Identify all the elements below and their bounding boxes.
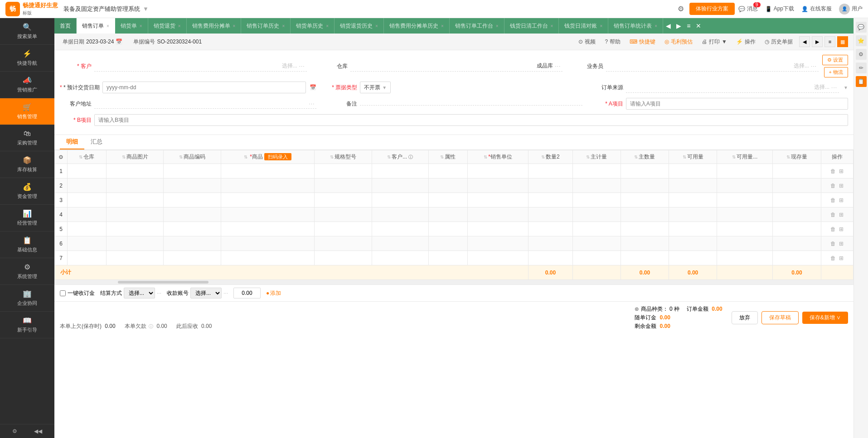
row-main-quantity[interactable] bbox=[621, 164, 669, 178]
row-quantity2[interactable] bbox=[529, 236, 572, 251]
history-btn[interactable]: ◷ 历史单据 bbox=[762, 37, 795, 47]
help-btn[interactable]: ? 帮助 bbox=[602, 37, 623, 47]
solution-button[interactable]: 体验行业方案 bbox=[689, 3, 735, 15]
tab-cash-workbench[interactable]: 钱货日清工作台 × bbox=[504, 18, 559, 34]
row-product-code[interactable] bbox=[164, 207, 221, 222]
sidebar-item-quick-nav[interactable]: ⚡ 快捷导航 bbox=[0, 45, 54, 72]
row-available[interactable] bbox=[669, 207, 717, 222]
row-customer-code[interactable] bbox=[372, 222, 428, 236]
row-delete-icon[interactable]: 🗑 bbox=[830, 197, 836, 203]
online-service[interactable]: 👤 在线客服 bbox=[801, 5, 832, 13]
row-spec-model[interactable] bbox=[315, 222, 372, 236]
tab-close-icon[interactable]: × bbox=[496, 24, 499, 29]
row-product-name[interactable] bbox=[221, 251, 314, 265]
calendar-icon[interactable]: 📅 bbox=[116, 39, 122, 45]
row-current-stock[interactable] bbox=[773, 178, 821, 193]
tab-close-icon[interactable]: × bbox=[600, 24, 602, 29]
row-available2[interactable] bbox=[717, 236, 773, 251]
a-project-input[interactable] bbox=[626, 98, 848, 110]
row-warehouse[interactable] bbox=[68, 164, 107, 178]
row-spec-model[interactable] bbox=[315, 207, 372, 222]
th-gear[interactable]: ⚙ bbox=[55, 150, 68, 164]
row-product-name[interactable] bbox=[221, 222, 314, 236]
row-available2[interactable] bbox=[717, 164, 773, 178]
row-product-image[interactable] bbox=[106, 164, 163, 178]
row-product-name[interactable] bbox=[221, 236, 314, 251]
sidebar-item-system[interactable]: ⚙ 系统管理 bbox=[0, 258, 54, 285]
row-product-name[interactable] bbox=[221, 178, 314, 193]
amount-input[interactable] bbox=[233, 288, 261, 298]
row-product-image[interactable] bbox=[106, 178, 163, 193]
row-product-image[interactable] bbox=[106, 193, 163, 207]
sidebar-item-enterprise[interactable]: 🏢 企业协同 bbox=[0, 285, 54, 312]
operation-btn[interactable]: ⚡ 操作 bbox=[733, 37, 758, 47]
view-btn[interactable]: ⊙ 视频 bbox=[576, 37, 598, 47]
tab-close-icon[interactable]: × bbox=[233, 24, 236, 29]
row-product-code[interactable] bbox=[164, 193, 221, 207]
right-panel-btn-5[interactable]: 📋 bbox=[856, 76, 867, 87]
row-sales-unit[interactable] bbox=[467, 251, 528, 265]
row-current-stock[interactable] bbox=[773, 236, 821, 251]
row-customer-code[interactable] bbox=[372, 193, 428, 207]
grid-view-btn[interactable]: ▦ bbox=[837, 36, 848, 47]
row-product-image[interactable] bbox=[106, 236, 163, 251]
row-product-name[interactable] bbox=[221, 164, 314, 178]
dropdown-icon[interactable]: ▼ bbox=[143, 5, 149, 12]
sidebar-item-inventory[interactable]: 📦 库存核算 bbox=[0, 151, 54, 178]
row-product-name[interactable] bbox=[221, 193, 314, 207]
row-main-unit[interactable] bbox=[572, 178, 621, 193]
shortcut-btn[interactable]: ⌨ 快捷键 bbox=[627, 37, 658, 47]
row-delete-icon[interactable]: 🗑 bbox=[830, 183, 836, 189]
next-record-btn[interactable]: ▶ bbox=[812, 36, 823, 47]
tab-return-history[interactable]: 销货单历史 × bbox=[291, 18, 335, 34]
sidebar-item-marketing[interactable]: 📣 营销推广 bbox=[0, 72, 54, 98]
tab-sales-return[interactable]: 销货单 × bbox=[115, 18, 148, 34]
row-main-quantity[interactable] bbox=[621, 222, 669, 236]
tab-expense-split[interactable]: 销售费用分摊单 × bbox=[187, 18, 242, 34]
row-spec-model[interactable] bbox=[315, 178, 372, 193]
row-warehouse[interactable] bbox=[68, 207, 107, 222]
tab-close-icon[interactable]: × bbox=[140, 24, 142, 29]
tab-refund-history[interactable]: 销货退货历史 × bbox=[335, 18, 384, 34]
row-available[interactable] bbox=[669, 222, 717, 236]
tab-order-workbench[interactable]: 销售订单工作台 × bbox=[450, 18, 504, 34]
right-panel-btn-1[interactable]: 💬 bbox=[856, 22, 867, 33]
tab-summary[interactable]: 汇总 bbox=[84, 135, 109, 149]
row-sales-unit[interactable] bbox=[467, 164, 528, 178]
list-view-btn[interactable]: ≡ bbox=[824, 36, 835, 47]
payment-method-select[interactable]: 选择... bbox=[124, 288, 155, 298]
add-link[interactable]: ● 添加 bbox=[266, 289, 281, 297]
row-available[interactable] bbox=[669, 193, 717, 207]
profit-btn[interactable]: ◎ 毛利预估 bbox=[662, 37, 695, 47]
save-new-button[interactable]: 保存&新增 ∨ bbox=[802, 312, 848, 324]
tab-menu-btn[interactable]: ≡ bbox=[684, 22, 693, 29]
row-delete-icon[interactable]: 🗑 bbox=[830, 255, 836, 261]
tab-cash-reconcile[interactable]: 钱货日清对账 × bbox=[559, 18, 608, 34]
row-main-unit[interactable] bbox=[572, 193, 621, 207]
row-quantity2[interactable] bbox=[529, 193, 572, 207]
row-available2[interactable] bbox=[717, 193, 773, 207]
row-main-unit[interactable] bbox=[572, 222, 621, 236]
tab-close-icon[interactable]: × bbox=[551, 24, 553, 29]
tab-close-all-btn[interactable]: ✕ bbox=[693, 22, 704, 29]
discard-button[interactable]: 放弃 bbox=[732, 311, 758, 324]
address-input[interactable]: ··· bbox=[94, 99, 316, 109]
add-logistics-button[interactable]: + 物流 bbox=[824, 67, 848, 77]
row-product-code[interactable] bbox=[164, 178, 221, 193]
row-delete-icon[interactable]: 🗑 bbox=[830, 226, 836, 232]
row-attribute[interactable] bbox=[428, 193, 467, 207]
user-area[interactable]: 👤 用户 bbox=[839, 4, 863, 14]
row-main-quantity[interactable] bbox=[621, 193, 669, 207]
tab-next-btn[interactable]: ▶ bbox=[674, 22, 684, 29]
row-product-code[interactable] bbox=[164, 222, 221, 236]
row-available2[interactable] bbox=[717, 251, 773, 265]
sidebar-item-purchase[interactable]: 🛍 采购管理 bbox=[0, 125, 54, 151]
row-quantity2[interactable] bbox=[529, 164, 572, 178]
row-copy-icon[interactable]: ⊞ bbox=[839, 241, 844, 247]
row-copy-icon[interactable]: ⊞ bbox=[839, 168, 844, 174]
row-current-stock[interactable] bbox=[773, 164, 821, 178]
row-main-quantity[interactable] bbox=[621, 236, 669, 251]
row-product-code[interactable] bbox=[164, 236, 221, 251]
row-copy-icon[interactable]: ⊞ bbox=[839, 197, 844, 203]
row-copy-icon[interactable]: ⊞ bbox=[839, 226, 844, 232]
